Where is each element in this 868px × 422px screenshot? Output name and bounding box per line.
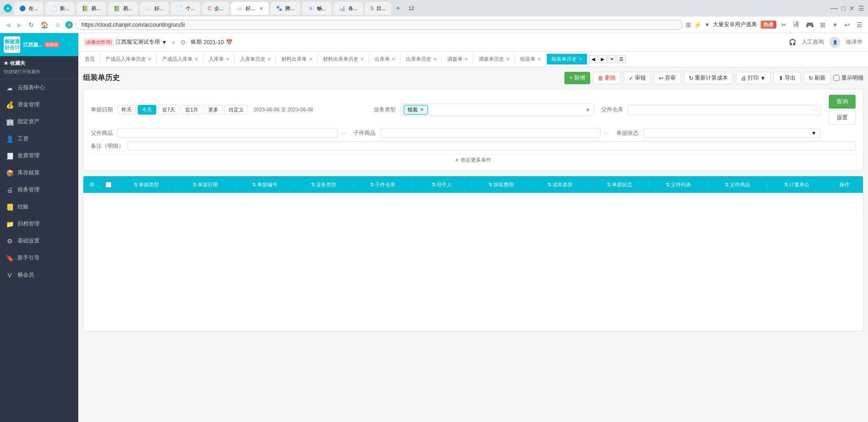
browser-tab-3[interactable]: 📗 易...	[76, 2, 106, 15]
th-settings[interactable]: ⚙	[83, 181, 100, 188]
tab-assembly-history[interactable]: 组装单历史 ✕	[547, 54, 587, 64]
close-window-icon[interactable]: ✕	[849, 5, 855, 12]
tab-inbound-close[interactable]: ✕	[226, 57, 229, 62]
browser-tab-11[interactable]: 📊 各...	[334, 2, 363, 15]
delete-button[interactable]: 🗑 删除	[593, 72, 621, 84]
scissors-button[interactable]: ✂	[779, 20, 788, 29]
sidebar-item-guide[interactable]: 🔖 新手引导	[0, 249, 78, 266]
order-status-dropdown[interactable]: ▼	[643, 128, 821, 138]
th-business-type[interactable]: ⇅ 业务类型	[294, 181, 353, 188]
sidebar-item-fixed-assets[interactable]: 🏢 固定资产	[0, 113, 78, 130]
maximize-icon[interactable]: □	[842, 5, 845, 12]
tabs-menu-button[interactable]: ☰	[617, 55, 626, 63]
address-bar[interactable]	[76, 20, 683, 30]
forward-button[interactable]: ▶	[15, 20, 24, 29]
bookmark-button[interactable]: ☆	[53, 20, 63, 29]
tab-finished-inbound-close[interactable]: ✕	[194, 57, 198, 62]
th-order-status[interactable]: ⇅ 单据状态	[590, 181, 649, 188]
recalculate-button[interactable]: ↻ 重新计算成本	[684, 72, 733, 84]
th-number[interactable]: ⇅ 单据编号	[235, 181, 294, 188]
sidebar-item-archive[interactable]: 📁 归档管理	[0, 215, 78, 232]
menu-button[interactable]: ☰	[855, 20, 864, 29]
browser-tab-9[interactable]: 🐾 腾...	[270, 2, 300, 15]
th-type[interactable]: ⇅ 单据类型	[117, 181, 176, 188]
reload-button[interactable]: ↻	[27, 20, 36, 29]
game-button[interactable]: 🎮	[804, 20, 815, 29]
browser-tab-8[interactable]: ☁️ 好... ✕	[231, 2, 269, 15]
sidebar-item-checkout[interactable]: 📒 结账	[0, 198, 78, 215]
more-btn-1[interactable]: ···	[814, 107, 818, 113]
browser-tab-12[interactable]: S 目...	[365, 2, 392, 15]
sidebar-item-vip[interactable]: V 畅会员	[0, 266, 78, 283]
sun-button[interactable]: ☀	[830, 20, 840, 29]
tab-8-close-icon[interactable]: ✕	[259, 6, 263, 11]
tab-inbound-history[interactable]: 入库单历史 ✕	[235, 54, 276, 64]
tab-inbound-history-close[interactable]: ✕	[267, 57, 271, 62]
browser-tab-2[interactable]: 📄 新...	[45, 2, 75, 15]
new-tab-button[interactable]: +	[393, 4, 403, 12]
support-label[interactable]: 人工咨询	[802, 38, 824, 46]
child-goods-input[interactable]	[380, 128, 600, 138]
filter-settings-button[interactable]: 设置	[829, 110, 856, 125]
custom-date-btn[interactable]: 自定义	[224, 105, 248, 115]
add-company-button[interactable]: +	[172, 39, 176, 46]
today-btn[interactable]: 今天	[138, 105, 156, 115]
settings-gear-button[interactable]: ⚙	[180, 39, 186, 46]
minimize-icon[interactable]: —	[831, 4, 838, 12]
print-button[interactable]: 🖨 打印 ▼	[736, 72, 771, 84]
browser-tab-7[interactable]: C 企...	[202, 2, 229, 15]
show-detail-checkbox-label[interactable]: 显示明细	[833, 74, 863, 82]
lightning-icon[interactable]: ⚡	[694, 21, 702, 29]
qr-code-icon[interactable]: ⊞	[686, 21, 691, 29]
tab-finished-inbound[interactable]: 产成品入库单 ✕	[158, 54, 203, 64]
tab-finished-history[interactable]: 产成品入库单历史 ✕	[101, 54, 157, 64]
company-selector[interactable]: (勿删勿禁用) 江西服宝测试专用 ▼	[84, 38, 167, 46]
note-input[interactable]	[128, 141, 856, 150]
tabs-next-button[interactable]: ▶	[598, 55, 607, 63]
tab-outbound-history[interactable]: 出库单历史 ✕	[401, 54, 442, 64]
browser-tab-5[interactable]: ☁️ 好...	[140, 2, 169, 15]
th-date[interactable]: ⇅ 单据日期	[176, 181, 235, 188]
tab-material-outbound-history-close[interactable]: ✕	[360, 57, 364, 62]
favorites-subtitle[interactable]: 快捷键打开收藏夹	[4, 69, 75, 75]
export-button[interactable]: ⬆ 导出	[774, 72, 801, 84]
business-type-dropdown-icon[interactable]: ▼	[585, 107, 591, 113]
child-goods-more-btn[interactable]: ···	[604, 130, 609, 136]
browser-tab-10[interactable]: 📧 畅...	[302, 2, 332, 15]
tab-transfer-history[interactable]: 调拨单历史 ✕	[474, 54, 515, 64]
grid-button[interactable]: ⊞	[818, 20, 827, 29]
back-button[interactable]: ◀	[4, 20, 12, 29]
yesterday-btn[interactable]: 昨天	[117, 105, 136, 115]
browser-tab-1[interactable]: 🔵 在...	[14, 2, 43, 15]
settings-icon[interactable]: ☰	[858, 5, 864, 12]
tabs-close-button[interactable]: ✕	[608, 55, 616, 63]
home-button[interactable]: 🏠	[39, 20, 50, 29]
tabs-prev-button[interactable]: ◀	[589, 55, 598, 63]
th-child-warehouse[interactable]: ⇅ 子件仓库	[353, 181, 412, 188]
sidebar-item-fund[interactable]: 💰 资金管理	[0, 96, 78, 113]
more-date-btn[interactable]: 更多	[204, 105, 223, 115]
abandon-button[interactable]: ↩ 弃审	[654, 72, 681, 84]
translate-button[interactable]: 译	[791, 20, 801, 30]
sidebar-item-settings[interactable]: ⚙ 基础设置	[0, 232, 78, 249]
collapse-button[interactable]: ∧ 收起更多条件	[91, 154, 856, 165]
tab-assembly[interactable]: 组装单 ✕	[516, 54, 546, 64]
tab-material-outbound-history[interactable]: 材料出库单历史 ✕	[318, 54, 369, 64]
sidebar-item-salary[interactable]: 👤 工资	[0, 130, 78, 147]
tab-transfer[interactable]: 调拨单 ✕	[443, 54, 473, 64]
th-checkbox[interactable]	[100, 182, 117, 188]
browser-tab-4[interactable]: 📗 易...	[108, 2, 138, 15]
tab-outbound[interactable]: 出库单 ✕	[370, 54, 400, 64]
audit-button[interactable]: ✓ 审核	[624, 72, 651, 84]
tab-assembly-close[interactable]: ✕	[537, 57, 541, 62]
tab-outbound-history-close[interactable]: ✕	[433, 57, 437, 62]
th-unit[interactable]: ⇅ 计量单位	[767, 181, 826, 188]
refresh-button[interactable]: ↻ 刷新	[803, 72, 831, 84]
tab-outbound-close[interactable]: ✕	[392, 57, 395, 62]
th-parent-list[interactable]: ⇅ 父件列表	[649, 181, 708, 188]
show-detail-checkbox[interactable]	[833, 75, 839, 81]
period-selector[interactable]: 账期 2021-10 📅	[191, 38, 233, 46]
tab-material-outbound[interactable]: 材料出库单 ✕	[277, 54, 317, 64]
tab-inbound[interactable]: 入库单 ✕	[204, 54, 235, 64]
last1month-btn[interactable]: 近1月	[181, 105, 202, 115]
